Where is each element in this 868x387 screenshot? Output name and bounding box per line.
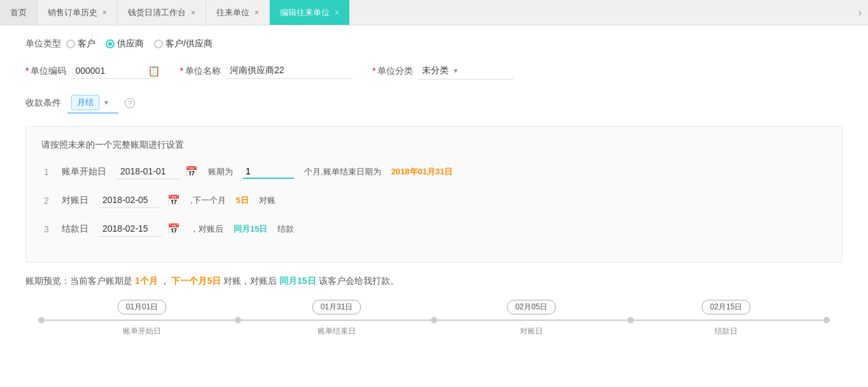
period-suffix-3-pre: ，对账后	[190, 223, 223, 235]
period-end-date-1: 2018年01月31日	[391, 166, 453, 178]
radio-supplier[interactable]: 供应商	[106, 38, 144, 50]
period-suffix-3-post: 结款	[277, 223, 294, 235]
code-label: 单位编码	[25, 66, 66, 77]
tab-home[interactable]: 首页	[0, 0, 38, 25]
period-date-3: 📅	[99, 221, 180, 237]
unit-type-label: 单位类型	[25, 38, 61, 50]
timeline-line-row	[38, 317, 830, 323]
radio-group: 客户 供应商 客户/供应商	[66, 38, 213, 50]
period-box: 请按照未来的一个完整账期进行设置 1 账单开始日 📅 账期为 个月,账单结束日期…	[25, 126, 843, 263]
period-suffix-1: 账期为	[208, 166, 233, 178]
calendar-icon-3[interactable]: 📅	[167, 223, 180, 235]
collect-value: 月结	[71, 95, 99, 110]
period-date-2: 📅	[99, 192, 180, 208]
category-group: 单位分类 未分类 ▾	[372, 62, 514, 80]
calendar-icon-2[interactable]: 📅	[167, 194, 180, 206]
timeline-container: 01月01日 01月31日 02月05日 02月15日	[25, 300, 843, 337]
timeline-line-2	[241, 320, 431, 321]
period-months-input[interactable]	[243, 165, 294, 179]
timeline-line-4	[634, 320, 824, 321]
period-date-input-3[interactable]	[99, 221, 162, 237]
code-input-wrapper: 📋	[71, 63, 160, 79]
timeline-dot-2	[431, 317, 437, 323]
period-row-2: 2 对账日 📅 ,下一个月 5日 对账	[41, 192, 827, 208]
timeline-badge-0-spacer: 01月01日	[45, 300, 239, 314]
timeline-badge-0: 01月01日	[118, 300, 167, 314]
main-content: 单位类型 客户 供应商 客户/供应商 单位编码	[0, 25, 868, 387]
radio-customer-circle	[66, 39, 75, 48]
category-select[interactable]: 未分类 ▾	[418, 62, 514, 80]
timeline-label-2: 对账日	[520, 326, 543, 337]
category-value: 未分类	[422, 65, 449, 76]
timeline-badge-2-spacer: 02月05日	[434, 300, 629, 314]
timeline-badge-3: 02月15日	[702, 300, 751, 314]
timeline-label-1: 账单结束日	[318, 326, 356, 337]
tab-expand-button[interactable]: ›	[852, 0, 868, 25]
period-row-3: 3 结款日 📅 ，对账后 同月15日 结款	[41, 221, 827, 237]
radio-both-circle	[154, 39, 163, 48]
timeline-badge-1-spacer: 01月31日	[239, 300, 434, 314]
timeline-label-1-spacer: 账单结束日	[239, 326, 434, 337]
timeline-line-3	[437, 320, 627, 321]
period-suffix2-1: 个月,账单结束日期为	[304, 166, 381, 178]
period-suffix-2-pre: ,下一个月	[190, 195, 226, 206]
unit-type-group: 单位类型 客户 供应商 客户/供应商	[25, 38, 213, 50]
form-main-row: 单位编码 📋 单位名称 单位分类 未分类 ▾	[25, 62, 843, 80]
name-label: 单位名称	[179, 66, 220, 77]
period-num-1: 1	[41, 167, 52, 177]
name-group: 单位名称	[179, 63, 353, 79]
calendar-icon-1[interactable]: 📅	[185, 165, 198, 178]
collect-label: 收款条件	[25, 97, 61, 109]
timeline-line-1	[45, 320, 235, 321]
timeline-dot-start	[38, 317, 45, 323]
period-row-1: 1 账单开始日 📅 账期为 个月,账单结束日期为 2018年01月31日	[41, 164, 827, 179]
timeline-badges-row: 01月01日 01月31日 02月05日 02月15日	[38, 300, 830, 314]
code-group: 单位编码 📋	[25, 63, 160, 79]
period-date-input-2[interactable]	[99, 192, 162, 208]
timeline-labels-row: 账单开始日 账单结束日 对账日 结款日	[38, 326, 830, 337]
preview-text: 账期预览：当前客户账期是 1个月 ， 下一个月5日 对账，对账后 同月15日 该…	[25, 276, 843, 287]
category-label: 单位分类	[372, 66, 413, 77]
radio-supplier-circle	[106, 39, 115, 48]
timeline-badge-3-spacer: 02月15日	[629, 300, 823, 314]
timeline-dot-3	[627, 317, 634, 323]
close-edit-partner[interactable]: ×	[335, 8, 339, 17]
collect-arrow-icon: ▾	[104, 98, 108, 107]
period-suffix-3-highlight: 同月15日	[234, 223, 267, 235]
period-label-2: 对账日	[62, 195, 88, 206]
timeline-label-3-spacer: 结款日	[629, 326, 823, 337]
timeline-dot-end	[823, 317, 830, 323]
close-cash-work[interactable]: ×	[191, 8, 195, 17]
tab-sales-history[interactable]: 销售订单历史 ×	[38, 0, 118, 25]
code-icon[interactable]: 📋	[148, 65, 160, 77]
close-partner[interactable]: ×	[255, 8, 259, 17]
period-date-input-1[interactable]	[116, 164, 180, 179]
help-icon[interactable]: ?	[125, 98, 135, 108]
tab-bar: 首页 销售订单历史 × 钱货日清工作台 × 往来单位 × 编辑往来单位 × ›	[0, 0, 868, 25]
tab-partner[interactable]: 往来单位 ×	[206, 0, 270, 25]
unit-type-row: 单位类型 客户 供应商 客户/供应商	[25, 38, 843, 50]
timeline-label-0-spacer: 账单开始日	[45, 326, 239, 337]
timeline-label-3: 结款日	[715, 326, 738, 337]
radio-both[interactable]: 客户/供应商	[154, 38, 213, 50]
collect-select[interactable]: 月结 ▾	[67, 92, 118, 113]
radio-customer[interactable]: 客户	[66, 38, 95, 50]
tab-cash-work[interactable]: 钱货日清工作台 ×	[118, 0, 206, 25]
tab-edit-partner[interactable]: 编辑往来单位 ×	[270, 0, 349, 25]
period-title: 请按照未来的一个完整账期进行设置	[41, 139, 827, 151]
period-label-3: 结款日	[62, 223, 88, 235]
period-num-2: 2	[41, 195, 52, 206]
period-label-1: 账单开始日	[62, 166, 106, 178]
timeline-dot-1	[235, 317, 241, 323]
period-num-3: 3	[41, 224, 52, 234]
period-suffix-2-highlight: 5日	[236, 195, 249, 206]
preview-section: 账期预览：当前客户账期是 1个月 ， 下一个月5日 对账，对账后 同月15日 该…	[25, 276, 843, 337]
category-arrow-icon: ▾	[454, 66, 458, 75]
preview-part1: 1个月	[135, 276, 158, 286]
close-sales-history[interactable]: ×	[102, 8, 107, 17]
period-suffix-2-post: 对账	[259, 195, 276, 206]
preview-part2: 下一个月5日	[171, 276, 221, 286]
name-input[interactable]	[226, 63, 353, 79]
collect-row: 收款条件 月结 ▾ ?	[25, 92, 843, 113]
code-input[interactable]	[71, 63, 148, 78]
